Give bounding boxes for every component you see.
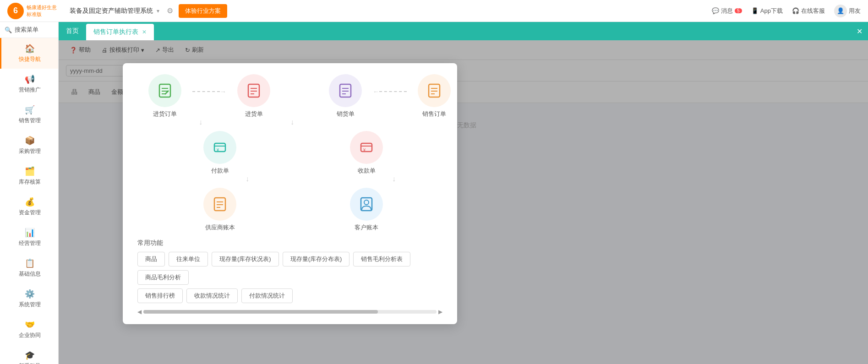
tab-bar: 首页 销售订单执行表 ✕ ✕ [59, 22, 868, 40]
sidebar-item-purchase[interactable]: 📦 采购管理 [0, 130, 58, 161]
arrow-purchase-order-to-bill: → [192, 88, 226, 95]
sales-order-icon [418, 74, 451, 107]
purchase-order-label: 进货订单 [153, 110, 177, 118]
cf-btn-inventory-dist[interactable]: 现存量(库存分布表) [283, 252, 350, 266]
top-right-area: 💬 消息 5 📱 App下载 🎧 在线客服 👤 用友 [712, 5, 861, 17]
receipt-bill-node[interactable]: ¥ 收款单 [339, 131, 394, 175]
sidebar-item-basic[interactable]: 📋 基础信息 [0, 253, 58, 283]
sidebar-item-inventory[interactable]: 🗂️ 库存核算 [0, 161, 58, 191]
popup-scrollbar[interactable]: ◀ ▶ [137, 307, 442, 317]
cf-btn-product-profit[interactable]: 商品毛利分析 [137, 270, 189, 285]
app-download-btn[interactable]: 📱 App下载 [751, 7, 783, 15]
purchase-bill-label: 进货单 [245, 110, 263, 118]
sidebar-item-system[interactable]: ⚙️ 系统管理 [0, 283, 58, 314]
arrow-purchase-bill-down: ↓ [165, 118, 220, 131]
cf-btn-partner[interactable]: 往来单位 [169, 252, 208, 266]
common-functions-section: 常用功能 商品 往来单位 现存量(库存状况表) 现存量(库存分布表) 销售毛利分… [137, 239, 442, 303]
sales-bill-node[interactable]: 销货单 [318, 74, 373, 118]
supplier-ledger-label: 供应商账本 [205, 223, 235, 232]
search-icon: 🔍 [5, 27, 12, 33]
sidebar: 🔍 搜索菜单 🏠 快捷导航 📢 营销推广 🛒 销售管理 📦 采购管理 🗂️ [0, 22, 59, 364]
content-area: 首页 销售订单执行表 ✕ ✕ ❓ 帮助 🖨 按 [59, 22, 868, 364]
receipt-bill-icon: ¥ [350, 131, 383, 164]
common-functions-title: 常用功能 [137, 239, 442, 247]
headset-icon: 🎧 [792, 7, 799, 14]
arrow-sales-bill-down: ↓ [257, 118, 311, 131]
operation-icon: 📊 [25, 228, 35, 238]
svg-rect-19 [361, 143, 372, 152]
payment-bill-label: 付款单 [211, 167, 229, 175]
cf-btn-product[interactable]: 商品 [137, 252, 165, 266]
tab-sales-order-exec[interactable]: 销售订单执行表 ✕ [86, 24, 154, 40]
main-content: ❓ 帮助 🖨 按模板打印 ▾ ↗ 导出 ↻ 刷新 [59, 40, 868, 364]
logo-area: 6 畅康通好生意 标准版 [7, 3, 66, 19]
scroll-track[interactable] [143, 310, 437, 314]
purchase-bill-node[interactable]: 进货单 [226, 74, 281, 118]
experience-btn[interactable]: 体验行业方案 [179, 4, 227, 18]
basic-icon: 📋 [25, 258, 35, 268]
sidebar-item-newbie[interactable]: 🎓 新手引导 [0, 345, 58, 364]
tab-close-icon[interactable]: ✕ [142, 29, 147, 35]
receipt-bill-label: 收款单 [358, 167, 376, 175]
tab-home[interactable]: 首页 [59, 22, 86, 40]
logo-icon: 6 [7, 3, 24, 19]
cf-btn-payment-stats[interactable]: 付款情况统计 [241, 288, 293, 303]
common-function-btns: 商品 往来单位 现存量(库存状况表) 现存量(库存分布表) 销售毛利分析表 商品… [137, 252, 442, 285]
online-service-btn[interactable]: 🎧 在线客服 [792, 7, 825, 15]
purchase-bill-icon [237, 74, 270, 107]
system-title: 装备及固定资产辅助管理系统 ▾ ⚙ [70, 6, 173, 15]
sidebar-item-finance[interactable]: 💰 资金管理 [0, 191, 58, 222]
purchase-order-icon [148, 74, 181, 107]
home-icon: 🏠 [25, 43, 35, 54]
phone-icon: 📱 [751, 7, 759, 14]
arrow-sales-order-to-bill: ← [373, 88, 407, 95]
avatar: 👤 [834, 5, 847, 17]
svg-rect-16 [214, 143, 225, 152]
purchase-icon: 📦 [25, 136, 35, 146]
dropdown-arrow-icon[interactable]: ▾ [157, 8, 159, 14]
sales-order-label: 销售订单 [422, 110, 446, 118]
sidebar-search[interactable]: 🔍 搜索菜单 [0, 22, 58, 38]
arrow-payment-bill-down: ↓ [220, 175, 275, 188]
scroll-left-icon[interactable]: ◀ [137, 309, 142, 315]
scroll-right-icon[interactable]: ▶ [438, 309, 442, 315]
cf-btn-receipt-stats[interactable]: 收款情况统计 [186, 288, 238, 303]
sales-bill-icon [329, 74, 362, 107]
message-badge: 5 [735, 8, 742, 13]
flow-popup: 进货订单 → 进货单 [123, 63, 457, 324]
sidebar-item-enterprise[interactable]: 🤝 企业协同 [0, 314, 58, 345]
cf-btn-inventory-status[interactable]: 现存量(库存状况表) [212, 252, 279, 266]
newbie-icon: 🎓 [25, 350, 35, 360]
payment-bill-node[interactable]: ¥ 付款单 [192, 131, 247, 175]
sidebar-item-sales[interactable]: 🛒 销售管理 [0, 99, 58, 130]
tab-bar-close-btn[interactable]: ✕ [857, 27, 863, 36]
logo-text: 畅康通好生意 标准版 [27, 4, 57, 17]
message-btn[interactable]: 💬 消息 5 [712, 7, 742, 15]
customer-ledger-node[interactable]: 客户账本 [339, 188, 394, 232]
message-icon: 💬 [712, 7, 719, 14]
supplier-ledger-node[interactable]: 供应商账本 [192, 188, 247, 232]
sidebar-item-operation[interactable]: 📊 经营管理 [0, 222, 58, 253]
finance-icon: 💰 [25, 197, 35, 207]
marketing-icon: 📢 [25, 74, 35, 84]
scroll-thumb[interactable] [143, 310, 378, 314]
svg-text:¥: ¥ [363, 147, 366, 152]
cf-btn-sales-rank[interactable]: 销售排行榜 [137, 288, 183, 303]
enterprise-icon: 🤝 [25, 320, 35, 330]
customer-ledger-label: 客户账本 [355, 223, 378, 232]
customer-ledger-icon [350, 188, 383, 221]
payment-bill-icon: ¥ [203, 131, 236, 164]
sales-order-node[interactable]: 销售订单 [407, 74, 462, 118]
svg-text:¥: ¥ [216, 147, 219, 152]
sales-bill-label: 销货单 [337, 110, 355, 118]
supplier-ledger-icon [203, 188, 236, 221]
settings-icon[interactable]: ⚙ [167, 6, 173, 15]
sales-icon: 🛒 [25, 105, 35, 115]
purchase-order-node[interactable]: 进货订单 [137, 74, 192, 118]
sidebar-item-marketing[interactable]: 📢 营销推广 [0, 69, 58, 99]
svg-point-27 [364, 200, 369, 205]
sidebar-item-quick-nav[interactable]: 🏠 快捷导航 [0, 38, 58, 69]
arrow-receipt-bill-down: ↓ [366, 175, 421, 188]
user-avatar[interactable]: 👤 用友 [834, 5, 861, 17]
cf-btn-sales-profit[interactable]: 销售毛利分析表 [353, 252, 410, 266]
